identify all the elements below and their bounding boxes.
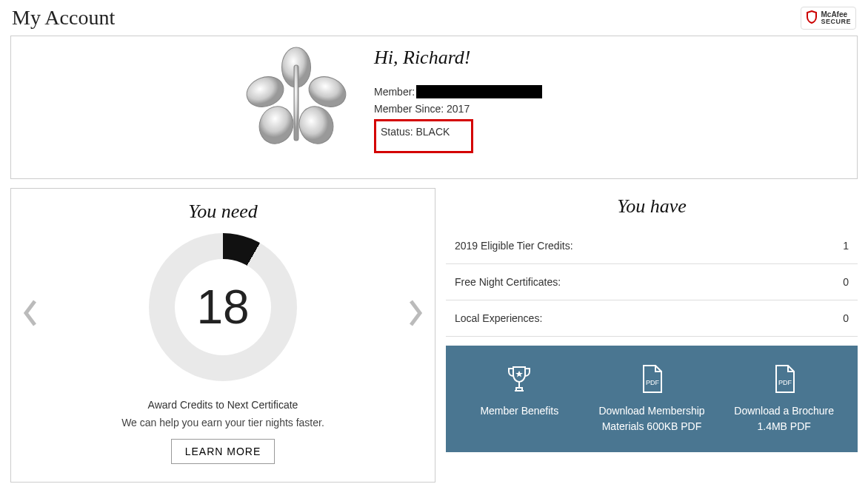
svg-point-4	[294, 101, 338, 148]
download-membership-link[interactable]: PDF Download Membership Materials 600KB …	[587, 362, 718, 434]
redacted-member-number	[416, 85, 542, 98]
status-box: Status: BLACK	[374, 119, 473, 153]
download-brochure-link[interactable]: PDF Download a Brochure 1.4MB PDF	[718, 362, 849, 434]
svg-point-3	[254, 101, 298, 148]
svg-text:PDF: PDF	[778, 379, 792, 386]
shield-icon	[806, 10, 818, 26]
you-need-heading: You need	[17, 201, 429, 223]
pdf-icon: PDF	[591, 362, 713, 396]
carousel-prev[interactable]	[17, 298, 44, 335]
stat-tier-credits: 2019 Eligible Tier Credits: 1	[446, 228, 858, 264]
greeting: Hi, Richard!	[374, 47, 842, 69]
you-have-panel: You have 2019 Eligible Tier Credits: 1 F…	[446, 188, 858, 452]
secure-line1: McAfee	[821, 11, 851, 19]
svg-rect-5	[294, 65, 298, 141]
progress-help: We can help you earn your tier nights fa…	[17, 417, 429, 428]
svg-text:PDF: PDF	[646, 379, 660, 386]
member-number-row: Member:	[374, 85, 842, 98]
member-since-row: Member Since: 2017	[374, 103, 842, 115]
secure-line2: SECURE	[821, 19, 851, 25]
you-have-heading: You have	[446, 195, 858, 218]
stat-free-nights: Free Night Certificates: 0	[446, 264, 858, 300]
member-benefits-link[interactable]: Member Benefits	[454, 362, 585, 434]
carousel-next[interactable]	[402, 298, 429, 335]
mcafee-secure-badge[interactable]: McAfee SECURE	[801, 7, 856, 30]
progress-value: 18	[175, 259, 271, 355]
resources-bar: Member Benefits PDF Download Membership …	[446, 346, 858, 452]
you-need-panel: You need 18 Award Credits to Next Certif…	[10, 188, 435, 483]
stat-local-exp: Local Experiences: 0	[446, 300, 858, 337]
svg-point-1	[242, 72, 287, 112]
progress-ring: 18	[149, 233, 297, 381]
svg-point-2	[304, 72, 350, 112]
page-title: My Account	[12, 6, 115, 30]
progress-sub: Award Credits to Next Certificate	[17, 399, 429, 411]
svg-marker-6	[515, 371, 523, 377]
trophy-icon	[458, 362, 581, 396]
profile-panel: Hi, Richard! Member: Member Since: 2017 …	[10, 36, 858, 179]
learn-more-button[interactable]: LEARN MORE	[171, 439, 276, 464]
pdf-icon: PDF	[723, 362, 845, 396]
tier-badge-icon	[241, 45, 352, 156]
